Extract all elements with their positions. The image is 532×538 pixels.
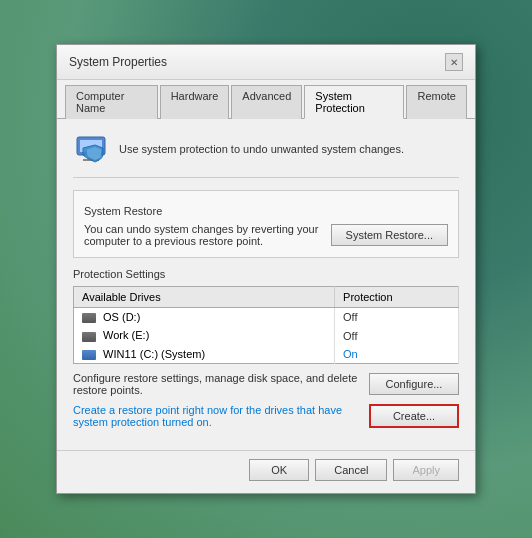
dialog-title: System Properties (69, 55, 167, 69)
close-icon: ✕ (450, 57, 458, 68)
dialog-footer: OK Cancel Apply (57, 450, 475, 493)
drive-protection: Off (335, 308, 459, 327)
drive-name: OS (D:) (74, 308, 335, 327)
drives-table: Available Drives Protection OS (D:) Off (73, 286, 459, 363)
configure-button[interactable]: Configure... (369, 373, 459, 395)
protection-settings-title: Protection Settings (73, 268, 459, 280)
table-header-row: Available Drives Protection (74, 287, 459, 308)
restore-description: You can undo system changes by reverting… (84, 223, 321, 247)
tab-bar: Computer Name Hardware Advanced System P… (57, 80, 475, 119)
tab-remote[interactable]: Remote (406, 85, 467, 119)
drive-icon-hdd (82, 313, 96, 323)
drives-table-container: Available Drives Protection OS (D:) Off (73, 286, 459, 371)
drive-name: Work (E:) (74, 326, 335, 344)
system-properties-dialog: System Properties ✕ Computer Name Hardwa… (56, 44, 476, 493)
restore-row: You can undo system changes by reverting… (84, 223, 448, 247)
system-restore-button[interactable]: System Restore... (331, 224, 448, 246)
create-row: Create a restore point right now for the… (73, 404, 459, 428)
create-button[interactable]: Create... (369, 404, 459, 428)
configure-row: Configure restore settings, manage disk … (73, 372, 459, 396)
system-protection-icon (73, 131, 109, 167)
col-drives: Available Drives (74, 287, 335, 308)
tab-advanced[interactable]: Advanced (231, 85, 302, 119)
table-row[interactable]: Work (E:) Off (74, 326, 459, 344)
protection-settings-section: Protection Settings Available Drives Pro… (73, 268, 459, 427)
tab-computer-name[interactable]: Computer Name (65, 85, 158, 119)
tab-system-protection[interactable]: System Protection (304, 85, 404, 119)
drive-name: WIN11 (C:) (System) (74, 345, 335, 364)
drive-icon-hdd (82, 332, 96, 342)
col-protection: Protection (335, 287, 459, 308)
drive-icon-os (82, 350, 96, 360)
drive-protection: On (335, 345, 459, 364)
system-restore-section: System Restore You can undo system chang… (73, 190, 459, 258)
ok-button[interactable]: OK (249, 459, 309, 481)
apply-button[interactable]: Apply (393, 459, 459, 481)
create-description: Create a restore point right now for the… (73, 404, 359, 428)
info-section: Use system protection to undo unwanted s… (73, 131, 459, 178)
drive-protection: Off (335, 326, 459, 344)
tab-content: Use system protection to undo unwanted s… (57, 119, 475, 449)
cancel-button[interactable]: Cancel (315, 459, 387, 481)
close-button[interactable]: ✕ (445, 53, 463, 71)
table-row[interactable]: OS (D:) Off (74, 308, 459, 327)
system-restore-title: System Restore (84, 205, 448, 217)
configure-description: Configure restore settings, manage disk … (73, 372, 359, 396)
tab-hardware[interactable]: Hardware (160, 85, 230, 119)
title-bar: System Properties ✕ (57, 45, 475, 80)
table-row[interactable]: WIN11 (C:) (System) On (74, 345, 459, 364)
info-text: Use system protection to undo unwanted s… (119, 143, 404, 155)
